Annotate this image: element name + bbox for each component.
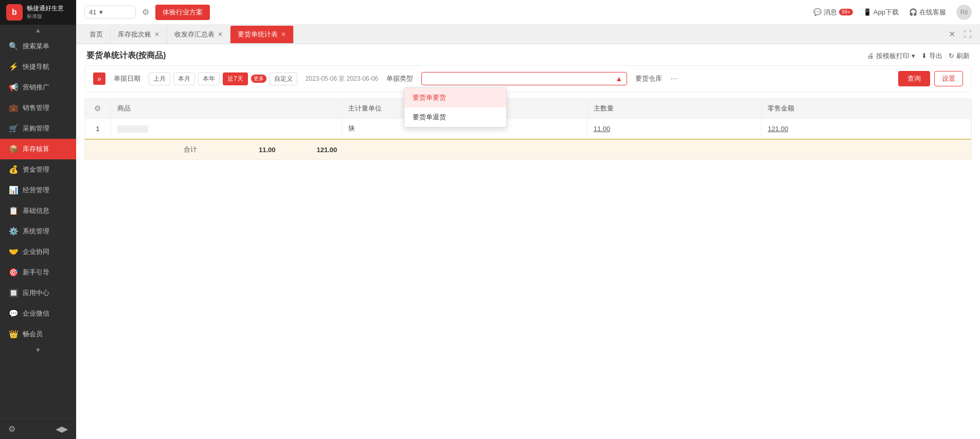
tabbar-actions: ✕ ⛶ <box>947 27 974 41</box>
close-all-icon[interactable]: ✕ <box>947 27 957 41</box>
sidebar-item-finance[interactable]: 💰 资金管理 <box>0 159 76 180</box>
sidebar-item-system[interactable]: ⚙️ 系统管理 <box>0 221 76 242</box>
column-settings-icon[interactable]: ⚙ <box>94 104 101 113</box>
close-icon[interactable]: ✕ <box>281 31 286 38</box>
sidebar-item-operation[interactable]: 📊 经营管理 <box>0 180 76 200</box>
export-btn[interactable]: ⬇ 导出 <box>921 51 942 61</box>
industry-btn[interactable]: 体验行业方案 <box>155 5 210 20</box>
export-label: 导出 <box>929 51 942 61</box>
date-btn-this-year[interactable]: 本年 <box>198 72 220 85</box>
close-icon[interactable]: ✕ <box>154 31 159 38</box>
logo-icon: b <box>6 4 23 21</box>
avatar-text: Rit <box>960 9 968 16</box>
dropdown-item-order-return[interactable]: 要货单退货 <box>404 107 506 127</box>
col-quantity: 主数量 <box>587 99 761 119</box>
date-range-display: 2023-05-06 至 2023-06-06 <box>306 75 378 83</box>
collapse-icon[interactable]: ◀▶ <box>56 424 68 434</box>
date-btn-this-month[interactable]: 本月 <box>173 72 195 85</box>
table-row: 1 块 11.00 121.00 <box>85 119 971 139</box>
more-date-badge[interactable]: 更多 <box>251 75 266 83</box>
online-service-label: 在线客服 <box>919 8 946 17</box>
footer-quantity: 11.00 <box>259 146 276 154</box>
warehouse-filter-label: 要货仓库 <box>635 74 662 83</box>
message-icon: 💬 <box>813 8 822 16</box>
messages-badge: 99+ <box>839 9 853 15</box>
sidebar-item-label: 企业协同 <box>23 247 49 257</box>
online-service-btn[interactable]: 🎧 在线客服 <box>909 8 946 17</box>
messages-btn[interactable]: 💬 消息 99+ <box>813 8 853 17</box>
sidebar-item-marketing[interactable]: 📢 营销推广 <box>0 77 76 98</box>
row-amount[interactable]: 121.00 <box>761 119 971 139</box>
dropdown-item-order-goods[interactable]: 要货单要货 <box>404 88 506 107</box>
row-product <box>111 119 342 139</box>
topbar-gear-icon[interactable]: ⚙ <box>142 7 149 17</box>
footer-amount: 121.00 <box>317 146 337 154</box>
footer-label: 合计 <box>184 145 197 154</box>
type-dropdown-trigger[interactable]: ▲ <box>421 72 627 85</box>
tab-order-summary[interactable]: 要货单统计表 ✕ <box>230 26 294 43</box>
store-selector[interactable]: 41 ▾ <box>84 6 136 19</box>
tab-receive-summary[interactable]: 收发存汇总表 ✕ <box>167 26 230 43</box>
sidebar-nav: ▲ 🔍 搜索菜单 ⚡ 快捷导航 📢 营销推广 💼 销售管理 🛒 采购管理 📦 库… <box>0 25 76 418</box>
type-dropdown: 要货单要货 要货单退货 <box>404 87 507 127</box>
sidebar-item-basic[interactable]: 📋 基础信息 <box>0 200 76 221</box>
filter-area: » 单据日期 上月 本月 本年 近7天 更多 自定义 2023-05-06 至 … <box>84 65 972 92</box>
tab-home[interactable]: 首页 <box>82 26 111 43</box>
sidebar-item-label: 快捷导航 <box>23 62 49 71</box>
amount-link[interactable]: 121.00 <box>768 125 788 133</box>
sidebar-item-label: 营销推广 <box>23 83 49 92</box>
custom-date-btn[interactable]: 自定义 <box>270 72 297 85</box>
sidebar-scroll-down[interactable]: ▼ <box>0 344 76 356</box>
store-selector-value: 41 <box>89 8 96 16</box>
sidebar-item-purchase[interactable]: 🛒 采购管理 <box>0 118 76 139</box>
app-download-btn[interactable]: 📱 App下载 <box>863 8 899 17</box>
data-table-container: ⚙ 商品 主计量单位 主数量 零售金额 1 块 <box>84 98 972 160</box>
app-sub: 标准版 <box>27 13 64 20</box>
col-amount: 零售金额 <box>761 99 971 119</box>
warehouse-more-btn[interactable]: ··· <box>670 74 677 83</box>
sidebar-item-search[interactable]: 🔍 搜索菜单 <box>0 36 76 57</box>
phone-icon: 📱 <box>863 8 871 16</box>
refresh-btn[interactable]: ↻ 刷新 <box>949 51 970 61</box>
settings-icon[interactable]: ⚙ <box>8 424 15 434</box>
chevron-down-icon: ▾ <box>99 8 103 16</box>
sidebar-item-quick-nav[interactable]: ⚡ 快捷导航 <box>0 57 76 77</box>
date-btn-7days[interactable]: 近7天 <box>223 72 248 85</box>
sidebar-item-sales[interactable]: 💼 销售管理 <box>0 98 76 118</box>
sales-icon: 💼 <box>8 103 19 113</box>
quantity-link[interactable]: 11.00 <box>594 125 611 133</box>
page-header: 要货单统计表(按商品) 🖨 按模板打印 ▾ ⬇ 导出 ↻ 刷新 <box>76 44 980 65</box>
sidebar-item-label: 基础信息 <box>23 206 49 215</box>
sidebar-item-enterprise-wechat[interactable]: 💬 企业微信 <box>0 303 76 324</box>
tab-receive-summary-label: 收发存汇总表 <box>174 30 215 39</box>
date-btn-prev-month[interactable]: 上月 <box>149 72 170 85</box>
tab-inventory-batch[interactable]: 库存批次账 ✕ <box>111 26 167 43</box>
sidebar-item-member[interactable]: 👑 畅会员 <box>0 324 76 344</box>
date-filter-label: 单据日期 <box>114 74 140 83</box>
purchase-icon: 🛒 <box>8 123 19 134</box>
query-btn[interactable]: 查询 <box>898 71 930 86</box>
sidebar-item-enterprise[interactable]: 🤝 企业协同 <box>0 242 76 262</box>
print-label: 按模板打印 <box>876 51 910 61</box>
col-gear[interactable]: ⚙ <box>85 99 111 119</box>
sidebar-scroll-up[interactable]: ▲ <box>0 25 76 36</box>
filter-expand-btn[interactable]: » <box>93 72 105 85</box>
tabbar: 首页 库存批次账 ✕ 收发存汇总表 ✕ 要货单统计表 ✕ ✕ ⛶ <box>76 25 980 44</box>
marketing-icon: 📢 <box>8 82 19 93</box>
sidebar-bottom: ⚙ ◀▶ <box>0 418 76 439</box>
row-quantity[interactable]: 11.00 <box>587 119 761 139</box>
expand-icon[interactable]: ⛶ <box>961 28 974 41</box>
sidebar-item-app-center[interactable]: 🔲 应用中心 <box>0 283 76 303</box>
wechat-icon: 💬 <box>8 308 19 319</box>
settings-btn[interactable]: 设置 <box>934 71 963 86</box>
sidebar-item-newbie[interactable]: 🎯 新手引导 <box>0 262 76 283</box>
close-icon[interactable]: ✕ <box>218 31 223 38</box>
print-btn[interactable]: 🖨 按模板打印 ▾ <box>867 51 915 61</box>
sidebar-item-inventory[interactable]: 📦 库存核算 <box>0 139 76 159</box>
member-icon: 👑 <box>8 329 19 339</box>
sidebar-item-label: 新手引导 <box>23 268 49 277</box>
quicknav-icon: ⚡ <box>8 62 19 72</box>
user-avatar[interactable]: Rit <box>956 5 972 20</box>
search-icon: 🔍 <box>8 41 19 51</box>
topbar: 41 ▾ ⚙ 体验行业方案 💬 消息 99+ 📱 App下载 🎧 在线客服 Ri… <box>76 0 980 25</box>
